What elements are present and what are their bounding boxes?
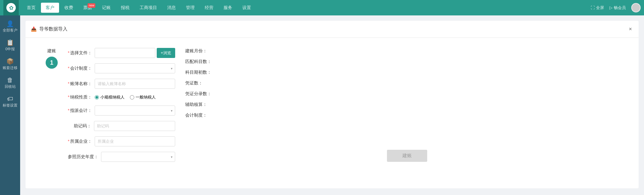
fullscreen-button[interactable]: ⛶ 全屏 <box>591 5 604 11</box>
nav-right-area: ⛶ 全屏 ▷ 畅会员 <box>591 3 641 12</box>
right-panel-container: 建账月份：匹配科目数：科目期初数：凭证数：凭证分录数：辅助核算：会计制度： 建账 <box>175 48 639 162</box>
company-input[interactable] <box>95 136 175 146</box>
member-button[interactable]: ▷ 畅会员 <box>609 5 626 11</box>
tag-settings-icon: 🏷 <box>7 96 13 102</box>
nav-menu: 首页客户收费票据new记账报税工商项目消息管理经营服务设置 <box>22 3 591 13</box>
step-circle: 1 <box>46 57 58 69</box>
ledger-name-input[interactable] <box>95 79 175 89</box>
avatar[interactable] <box>631 3 641 12</box>
nav-item-记账[interactable]: 记账 <box>97 3 115 13</box>
fullscreen-label: 全屏 <box>596 5 604 11</box>
dialog-title: 📥 导爷数据导入 <box>31 26 67 32</box>
tag-settings-label: 标签设置 <box>3 103 17 108</box>
declaration-label: 0申报 <box>5 47 15 52</box>
form-area: 建账 1 *选择文件： +浏览 <box>26 38 639 169</box>
nav-item-收费[interactable]: 收费 <box>60 3 78 13</box>
memo-code-label: 助记码： <box>68 123 91 129</box>
build-btn-area: 建账 <box>175 150 639 162</box>
ledger-name-row: *账簿名称： <box>68 79 175 89</box>
nav-item-工商项目[interactable]: 工商项目 <box>135 3 162 13</box>
build-account-button[interactable]: 建账 <box>387 150 427 162</box>
build-month-row: 建账月份： <box>185 48 629 54</box>
main-content: 📥 导爷数据导入 × 建账 1 *选择文件： <box>20 15 644 195</box>
memo-code-row: 助记码： <box>68 121 175 131</box>
memo-code-input[interactable] <box>94 121 175 131</box>
sidebar: 👤全部客户📋0申报📦账套迁移🗑回收站🏷标签设置 <box>0 15 20 195</box>
browse-button[interactable]: +浏览 <box>157 48 175 58</box>
account-migration-icon: 📦 <box>6 58 14 64</box>
voucher-count-row: 凭证数： <box>185 80 629 86</box>
accountant-label: *指派会计： <box>68 108 92 114</box>
period-initial-label: 科目期初数： <box>185 69 215 75</box>
small-taxpayer-label: 小规模纳税人 <box>100 94 125 100</box>
accounting-system-info-label: 会计制度： <box>185 112 215 118</box>
dialog-title-text: 导爷数据导入 <box>39 26 67 32</box>
tax-type-row: *纳税性质： 小规模纳税人 一般纳税人 <box>68 94 175 100</box>
info-panel: 建账月份：匹配科目数：科目期初数：凭证数：凭证分录数：辅助核算：会计制度： <box>175 48 639 140</box>
voucher-entries-row: 凭证分录数： <box>185 91 629 97</box>
aux-accounting-label: 辅助核算： <box>185 102 215 108</box>
declaration-icon: 📋 <box>6 40 14 46</box>
fullscreen-icon: ⛶ <box>591 5 595 10</box>
member-label: 畅会员 <box>614 5 626 11</box>
accounting-system-row: *会计制度： ▾ <box>68 63 175 73</box>
general-taxpayer-label: 一般纳税人 <box>136 94 156 100</box>
accountant-select[interactable] <box>95 106 175 116</box>
member-icon: ▷ <box>609 5 612 10</box>
sidebar-item-all-clients[interactable]: 👤全部客户 <box>0 18 20 36</box>
tax-type-radio-group: 小规模纳税人 一般纳税人 <box>95 94 156 100</box>
reference-year-select-wrapper: ▾ <box>101 152 175 162</box>
general-taxpayer-radio[interactable] <box>130 95 134 100</box>
nav-item-服务[interactable]: 服务 <box>219 3 237 13</box>
aux-accounting-row: 辅助核算： <box>185 102 629 108</box>
recycle-label: 回收站 <box>5 84 16 89</box>
company-row: *所属企业： <box>68 136 175 146</box>
voucher-count-label: 凭证数： <box>185 80 215 86</box>
general-taxpayer-option[interactable]: 一般纳税人 <box>130 94 156 100</box>
build-month-label: 建账月份： <box>185 48 215 54</box>
nav-item-管理[interactable]: 管理 <box>181 3 199 13</box>
app-logo: ✿ <box>3 0 19 15</box>
nav-item-设置[interactable]: 设置 <box>238 3 256 13</box>
sidebar-item-tag-settings[interactable]: 🏷标签设置 <box>0 93 20 111</box>
step-section: 建账 1 <box>26 48 68 162</box>
ledger-name-label: *账簿名称： <box>68 81 92 87</box>
nav-item-报税[interactable]: 报税 <box>116 3 134 13</box>
main-layout: 👤全部客户📋0申报📦账套迁移🗑回收站🏷标签设置 📥 导爷数据导入 × 建账 1 <box>0 15 644 195</box>
nav-item-首页[interactable]: 首页 <box>22 3 40 13</box>
accounting-system-label: *会计制度： <box>68 65 92 71</box>
select-file-row: *选择文件： +浏览 <box>68 48 175 58</box>
tax-type-label: *纳税性质： <box>68 94 92 100</box>
accounting-system-select-wrapper: ▾ <box>95 63 175 73</box>
nav-item-经营[interactable]: 经营 <box>200 3 218 13</box>
nav-badge-票据: new <box>88 3 95 8</box>
form-fields: *选择文件： +浏览 *会计制度： ▾ <box>68 48 175 162</box>
file-input[interactable] <box>95 48 155 58</box>
dialog-wrapper: 📥 导爷数据导入 × 建账 1 *选择文件： <box>26 21 639 188</box>
small-taxpayer-option[interactable]: 小规模纳税人 <box>95 94 125 100</box>
period-initial-row: 科目期初数： <box>185 69 629 75</box>
logo-icon: ✿ <box>9 5 13 11</box>
sidebar-item-recycle[interactable]: 🗑回收站 <box>0 74 20 92</box>
nav-item-消息[interactable]: 消息 <box>162 3 181 13</box>
accounting-system-info-row: 会计制度： <box>185 112 629 118</box>
small-taxpayer-radio[interactable] <box>95 95 99 100</box>
accountant-row: *指派会计： ▾ <box>68 106 175 116</box>
dialog-title-icon: 📥 <box>31 26 37 32</box>
all-clients-icon: 👤 <box>6 21 14 27</box>
accountant-select-wrapper: ▾ <box>95 106 175 116</box>
dialog-header: 📥 导爷数据导入 × <box>26 21 639 38</box>
recycle-icon: 🗑 <box>7 77 13 83</box>
top-navigation: ✿ 首页客户收费票据new记账报税工商项目消息管理经营服务设置 ⛶ 全屏 ▷ 畅… <box>0 0 644 15</box>
account-migration-label: 账套迁移 <box>3 65 17 70</box>
close-button[interactable]: × <box>628 25 633 34</box>
match-subjects-row: 匹配科目数： <box>185 59 629 65</box>
reference-year-label: 参照历史年度： <box>68 154 98 160</box>
reference-year-select[interactable] <box>101 152 175 162</box>
step-label: 建账 <box>47 48 56 54</box>
accounting-system-select[interactable] <box>95 63 175 73</box>
sidebar-item-declaration[interactable]: 📋0申报 <box>0 37 20 54</box>
nav-item-票据[interactable]: 票据new <box>79 3 97 13</box>
sidebar-item-account-migration[interactable]: 📦账套迁移 <box>0 56 20 73</box>
nav-item-客户[interactable]: 客户 <box>41 3 59 13</box>
